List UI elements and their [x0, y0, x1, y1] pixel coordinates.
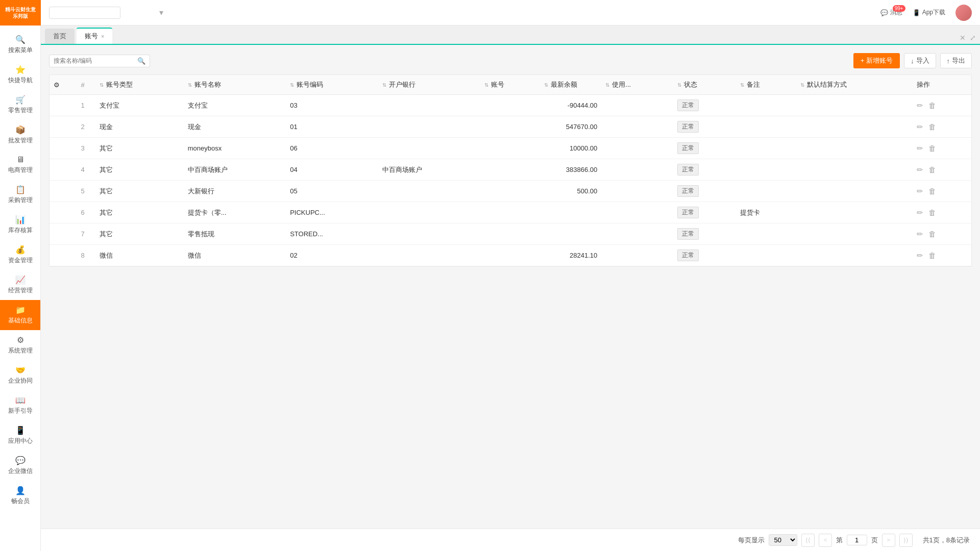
sidebar-item-member[interactable]: 👤 畅会员 — [0, 481, 40, 511]
sidebar-item-capital-mgmt[interactable]: 💰 资金管理 — [0, 240, 40, 270]
row-default — [796, 181, 913, 202]
row-default — [796, 138, 913, 159]
sidebar-item-enterprise-agreement[interactable]: 🤝 企业协同 — [0, 360, 40, 390]
sidebar-item-retail-mgmt[interactable]: 🛒 零售管理 — [0, 90, 40, 120]
edit-icon[interactable]: ✏ — [917, 230, 923, 239]
add-account-button[interactable]: + 新增账号 — [853, 53, 900, 68]
tab-account-close[interactable]: × — [101, 33, 104, 39]
operations-mgmt-icon: 📈 — [15, 275, 26, 285]
message-icon-item[interactable]: 💬 消息 99+ — [880, 8, 902, 17]
import-button[interactable]: ↓ 导入 — [904, 53, 936, 68]
row-bank — [378, 223, 480, 245]
col-default[interactable]: ⇅默认结算方式 — [796, 75, 913, 95]
col-remark[interactable]: ⇅备注 — [736, 75, 796, 95]
sidebar-item-label: 系统管理 — [8, 346, 33, 355]
edit-icon[interactable]: ✏ — [917, 122, 923, 132]
account-table: ⚙ # ⇅账号类型 ⇅账号名称 ⇅账号编码 ⇅开户银行 ⇅账号 ⇅最新余额 ⇅使… — [50, 75, 971, 266]
sidebar-item-system-mgmt[interactable]: ⚙ 系统管理 — [0, 330, 40, 360]
row-name: 微信 — [184, 245, 286, 266]
col-code[interactable]: ⇅账号编码 — [286, 75, 378, 95]
row-balance: 500.00 — [540, 181, 601, 202]
table-row: 4 其它 中百商场账户 04 中百商场账户 383866.00 正常 ✏ 🗑 — [50, 159, 971, 181]
sidebar-item-operations-mgmt[interactable]: 📈 经营管理 — [0, 270, 40, 300]
col-status[interactable]: ⇅状态 — [673, 75, 737, 95]
row-action: ✏ 🗑 — [913, 202, 971, 223]
sidebar-item-enterprise-wechat[interactable]: 💬 企业微信 — [0, 450, 40, 481]
enterprise-wechat-icon: 💬 — [15, 456, 26, 465]
edit-icon[interactable]: ✏ — [917, 144, 923, 153]
sidebar-item-search-menu[interactable]: 🔍 搜索菜单 — [0, 30, 40, 60]
row-remark — [736, 181, 796, 202]
tab-close-icon[interactable]: ✕ — [960, 34, 966, 42]
account-search-box[interactable]: 🔍 — [49, 55, 150, 67]
col-use[interactable]: ⇅使用... — [601, 75, 673, 95]
col-balance[interactable]: ⇅最新余额 — [540, 75, 601, 95]
page-prev-button[interactable]: ＜ — [819, 534, 832, 547]
edit-icon[interactable]: ✏ — [917, 187, 923, 196]
sidebar-item-wholesale-mgmt[interactable]: 📦 批发管理 — [0, 120, 40, 150]
purchase-mgmt-icon: 📋 — [15, 185, 26, 194]
col-settings[interactable]: ⚙ — [50, 75, 70, 95]
content-area: 🔍 + 新增账号 ↓ 导入 ↑ 导出 ⚙ # ⇅ — [41, 45, 980, 551]
topbar-search-box[interactable] — [49, 7, 151, 19]
export-icon: ↑ — [947, 57, 950, 65]
content-toolbar: 🔍 + 新增账号 ↓ 导入 ↑ 导出 — [49, 53, 972, 68]
delete-icon[interactable]: 🗑 — [928, 187, 936, 195]
sidebar-item-label: 企业协同 — [8, 377, 33, 385]
delete-icon[interactable]: 🗑 — [928, 144, 936, 153]
page-last-button[interactable]: ⟩⟩ — [899, 534, 913, 547]
tab-account[interactable]: 账号 × — [77, 28, 112, 44]
app-download-item[interactable]: 📱 App下载 — [913, 8, 945, 17]
user-avatar[interactable] — [955, 5, 972, 21]
sidebar-item-purchase-mgmt[interactable]: 📋 采购管理 — [0, 180, 40, 210]
col-account[interactable]: ⇅账号 — [480, 75, 540, 95]
sidebar-item-ecommerce-mgmt[interactable]: 🖥 电商管理 — [0, 150, 40, 180]
row-code: 05 — [286, 181, 378, 202]
page-suffix: 页 — [871, 536, 878, 545]
delete-icon[interactable]: 🗑 — [928, 208, 936, 217]
sidebar-item-app-center[interactable]: 📱 应用中心 — [0, 420, 40, 450]
sidebar-item-basic-info[interactable]: 📁 基础信息 — [0, 300, 40, 330]
edit-icon[interactable]: ✏ — [917, 101, 923, 110]
export-button[interactable]: ↑ 导出 — [940, 53, 972, 68]
sidebar-item-inventory-calc[interactable]: 📊 库存核算 — [0, 210, 40, 240]
delete-icon[interactable]: 🗑 — [928, 165, 936, 174]
edit-icon[interactable]: ✏ — [917, 251, 923, 260]
tab-home[interactable]: 首页 — [45, 29, 75, 44]
row-remark — [736, 245, 796, 266]
row-default — [796, 202, 913, 223]
dropdown-arrow-icon[interactable]: ▾ — [159, 8, 163, 17]
topbar-search-input[interactable] — [49, 7, 120, 19]
page-size-select[interactable]: 50 100 — [769, 534, 797, 546]
delete-icon[interactable]: 🗑 — [928, 230, 936, 238]
delete-icon[interactable]: 🗑 — [928, 251, 936, 260]
delete-icon[interactable]: 🗑 — [928, 101, 936, 110]
page-first-button[interactable]: ⟨⟨ — [801, 534, 815, 547]
app-logo: 精斗云财生意 乐邦版 — [0, 0, 41, 26]
row-bank — [378, 202, 480, 223]
sidebar-item-quick-nav[interactable]: ⭐ 快捷导航 — [0, 60, 40, 90]
topbar: ▾ 💬 消息 99+ 📱 App下载 — [41, 0, 980, 26]
edit-icon[interactable]: ✏ — [917, 208, 923, 217]
delete-icon[interactable]: 🗑 — [928, 122, 936, 131]
table-row: 8 微信 微信 02 28241.10 正常 ✏ 🗑 — [50, 245, 971, 266]
page-next-button[interactable]: ＞ — [882, 534, 895, 547]
row-index: 8 — [70, 245, 95, 266]
row-bank — [378, 138, 480, 159]
col-bank[interactable]: ⇅开户银行 — [378, 75, 480, 95]
edit-icon[interactable]: ✏ — [917, 165, 923, 174]
row-index: 6 — [70, 202, 95, 223]
page-input[interactable] — [847, 535, 867, 545]
sidebar-item-new-guide[interactable]: 📖 新手引导 — [0, 390, 40, 420]
tab-maximize-icon[interactable]: ⤢ — [970, 34, 976, 42]
account-search-input[interactable] — [54, 57, 135, 64]
sidebar-item-label: 应用中心 — [8, 437, 33, 445]
row-name: 支付宝 — [184, 95, 286, 116]
col-name[interactable]: ⇅账号名称 — [184, 75, 286, 95]
row-type: 其它 — [95, 202, 184, 223]
sidebar-item-label: 经营管理 — [8, 286, 33, 295]
enterprise-agreement-icon: 🤝 — [15, 365, 26, 375]
basic-info-icon: 📁 — [15, 305, 26, 315]
search-icon[interactable]: 🔍 — [137, 57, 145, 65]
col-type[interactable]: ⇅账号类型 — [95, 75, 184, 95]
